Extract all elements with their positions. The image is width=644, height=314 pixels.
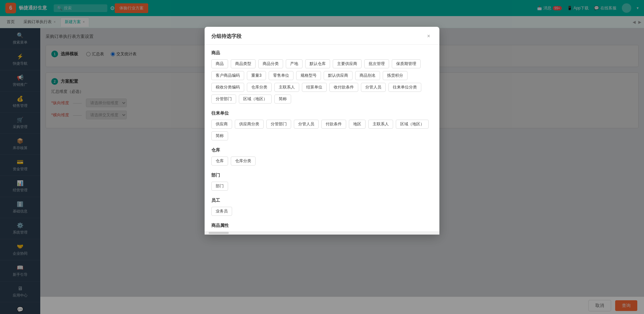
section-goods-title: 商品 [211,50,433,56]
field-tag-default-warehouse[interactable]: 默认仓库 [305,59,330,68]
field-tag-short-name[interactable]: 简称 [274,95,291,104]
section-goods-attr-title: 商品属性 [211,223,433,229]
field-tag-tax-code[interactable]: 税收分类编码 [211,83,244,92]
field-tag-goods[interactable]: 商品 [211,59,228,68]
modal-header: 分组待选字段 × [205,27,439,45]
field-tag-warehouse-cat[interactable]: 仓库分类 [231,156,256,166]
dept-fields: 部门 [211,182,433,191]
field-tag-goods-category[interactable]: 商品分类 [258,59,283,68]
field-tag-shelf-life[interactable]: 保质期管理 [392,59,421,68]
section-employee: 员工 业务员 [211,197,433,216]
field-tag-main-supplier[interactable]: 主要供应商 [333,59,362,68]
field-tag-region[interactable]: 区域（地区） [239,95,272,104]
field-tag-batch-mgmt[interactable]: 批次管理 [364,59,389,68]
field-tag-partner-category[interactable]: 往来单位分类 [388,83,421,92]
field-tag-supplier-category[interactable]: 供应商分类 [235,120,264,129]
modal-backdrop: 分组待选字段 × 商品 商品 商品类型 商品分类 产地 默认仓库 主要供应商 批… [0,0,644,314]
field-tag-partner-dept[interactable]: 分管部门 [266,120,291,129]
modal-hscroll-thumb [209,232,229,234]
section-partner-title: 往来单位 [211,110,433,116]
field-tag-payment-condition[interactable]: 付款条件 [321,120,346,129]
warehouse-fields: 仓库 仓库分类 [211,156,433,166]
field-tag-retail-unit[interactable]: 零售单位 [269,71,293,80]
field-tag-spec-model[interactable]: 规格型号 [296,71,321,80]
field-tag-dept-supervisor[interactable]: 分管部门 [211,95,236,104]
section-dept: 部门 部门 [211,172,433,191]
field-tag-goods-type[interactable]: 商品类型 [231,59,256,68]
field-tag-customer-code[interactable]: 客户商品编码 [211,71,244,80]
modal-close-button[interactable]: × [425,32,433,40]
field-tag-origin[interactable]: 产地 [286,59,303,68]
section-warehouse-title: 仓库 [211,147,433,153]
field-tag-main-contact[interactable]: 主联系人 [274,83,299,92]
modal-horizontal-scrollbar[interactable] [205,231,439,235]
employee-fields: 业务员 [211,207,433,216]
field-tag-warehouse-category[interactable]: 仓库分类 [247,83,272,92]
modal-body: 商品 商品 商品类型 商品分类 产地 默认仓库 主要供应商 批次管理 保质期管理… [205,45,439,231]
section-goods: 商品 商品 商品类型 商品分类 产地 默认仓库 主要供应商 批次管理 保质期管理… [211,50,433,104]
field-tag-settlement-unit[interactable]: 结算单位 [302,83,327,92]
field-tag-supervisor[interactable]: 分管人员 [361,83,386,92]
field-tag-partner-supervisor[interactable]: 分管人员 [294,120,319,129]
section-employee-title: 员工 [211,197,433,203]
section-warehouse: 仓库 仓库 仓库分类 [211,147,433,166]
field-tag-supplier[interactable]: 供应商 [211,120,232,129]
field-tag-weight3[interactable]: 重量3 [247,71,266,80]
section-partner: 往来单位 供应商 供应商分类 分管部门 分管人员 付款条件 地区 主联系人 区域… [211,110,433,140]
modal-title: 分组待选字段 [211,33,241,40]
field-select-modal: 分组待选字段 × 商品 商品 商品类型 商品分类 产地 默认仓库 主要供应商 批… [205,27,439,235]
section-goods-attr: 商品属性 属性 颜色 多规格 尺码 鞋码 1 [211,223,433,231]
field-tag-partner-region[interactable]: 区域（地区） [396,120,429,129]
field-tag-payment-terms[interactable]: 收付款条件 [329,83,358,92]
partner-fields: 供应商 供应商分类 分管部门 分管人员 付款条件 地区 主联系人 区域（地区） … [211,120,433,140]
goods-fields: 商品 商品类型 商品分类 产地 默认仓库 主要供应商 批次管理 保质期管理 客户… [211,59,433,104]
field-tag-area[interactable]: 地区 [349,120,366,129]
field-tag-pick-points[interactable]: 拣货积分 [383,71,408,80]
field-tag-goods-alias[interactable]: 商品别名 [355,71,380,80]
field-tag-dept[interactable]: 部门 [211,182,228,191]
field-tag-partner-short[interactable]: 简称 [211,131,228,140]
field-tag-partner-contact[interactable]: 主联系人 [368,120,393,129]
section-dept-title: 部门 [211,172,433,178]
field-tag-default-supplier[interactable]: 默认供应商 [324,71,353,80]
field-tag-salesperson[interactable]: 业务员 [211,207,232,216]
field-tag-warehouse[interactable]: 仓库 [211,156,228,166]
